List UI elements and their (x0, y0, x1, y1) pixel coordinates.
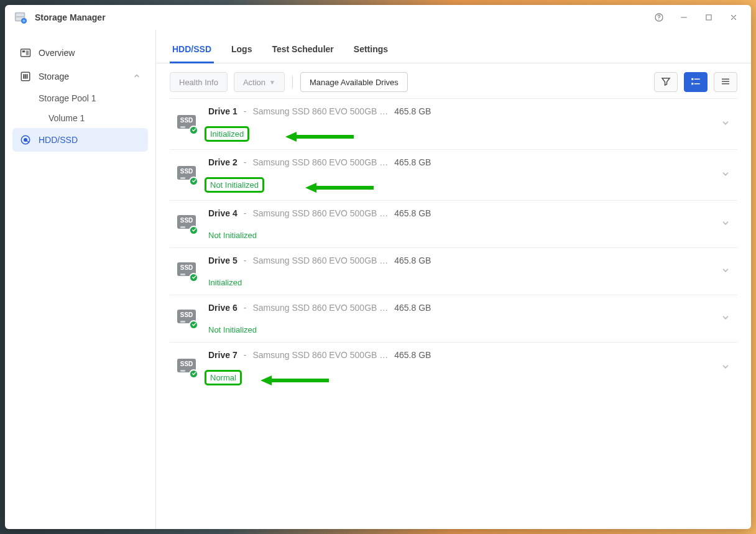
sidebar-item-label: HDD/SSD (39, 135, 78, 145)
caret-down-icon: ▼ (269, 79, 275, 86)
ssd-drive-icon: SSD (177, 166, 197, 185)
drive-name: Drive 2 (208, 157, 237, 167)
sidebar: Overview Storage Storage Pool 1 Volume 1… (5, 30, 156, 529)
svg-rect-24 (722, 83, 729, 85)
chevron-down-icon[interactable] (721, 362, 730, 373)
drive-name: Drive 6 (208, 303, 237, 313)
drive-list: SSDDrive 1-Samsung SSD 860 EVO 500GB …46… (156, 98, 751, 393)
drive-row[interactable]: SSDDrive 7-Samsung SSD 860 EVO 500GB …46… (170, 342, 737, 393)
sidebar-item-label: Storage (39, 71, 69, 81)
drive-name: Drive 7 (208, 350, 237, 360)
main-panel: HDD/SSD Logs Test Scheduler Settings Hea… (156, 30, 751, 529)
drive-info: Drive 7-Samsung SSD 860 EVO 500GB …465.8… (208, 350, 710, 385)
drive-status: Initialized (208, 278, 242, 287)
drive-model: Samsung SSD 860 EVO 500GB … (252, 350, 388, 360)
sidebar-item-volume-1[interactable]: Volume 1 (12, 108, 148, 128)
svg-rect-22 (722, 78, 729, 80)
drive-status: Not Initialized (205, 177, 264, 193)
svg-rect-11 (26, 50, 29, 55)
svg-point-4 (22, 19, 25, 22)
separator (292, 76, 293, 88)
separator-dash: - (244, 350, 247, 360)
chevron-down-icon[interactable] (721, 266, 730, 277)
filter-button[interactable] (654, 72, 678, 92)
hdd-icon (20, 134, 31, 145)
tab-test-scheduler[interactable]: Test Scheduler (269, 39, 336, 63)
separator-dash: - (244, 255, 247, 265)
drive-info: Drive 2-Samsung SSD 860 EVO 500GB …465.8… (208, 157, 710, 193)
action-button[interactable]: Action ▼ (234, 72, 285, 92)
dashboard-icon (20, 47, 31, 58)
svg-rect-1 (16, 13, 24, 16)
chevron-down-icon[interactable] (721, 170, 730, 180)
chevron-down-icon[interactable] (721, 219, 730, 229)
separator-dash: - (244, 157, 247, 167)
check-icon (189, 226, 198, 235)
drive-row[interactable]: SSDDrive 2-Samsung SSD 860 EVO 500GB …46… (170, 149, 737, 200)
drive-name: Drive 1 (208, 106, 237, 116)
sidebar-item-overview[interactable]: Overview (12, 41, 148, 65)
ssd-drive-icon: SSD (177, 310, 197, 328)
sidebar-item-storage[interactable]: Storage (12, 65, 148, 88)
check-icon (189, 369, 198, 379)
storage-manager-window: Storage Manager Overview (5, 5, 751, 529)
chevron-down-icon[interactable] (721, 119, 730, 129)
tab-hdd-ssd[interactable]: HDD/SSD (170, 39, 214, 63)
sidebar-item-hdd-ssd[interactable]: HDD/SSD (12, 128, 148, 152)
app-title: Storage Manager (35, 12, 643, 22)
toolbar: Health Info Action ▼ Manage Available Dr… (156, 63, 751, 98)
drive-size: 465.8 GB (394, 255, 431, 265)
manage-available-drives-button[interactable]: Manage Available Drives (300, 72, 408, 92)
drive-status: Initialized (205, 126, 249, 142)
drive-info: Drive 6-Samsung SSD 860 EVO 500GB …465.8… (208, 303, 710, 334)
drive-status: Normal (205, 370, 242, 385)
drive-row[interactable]: SSDDrive 5-Samsung SSD 860 EVO 500GB …46… (170, 247, 737, 295)
ssd-drive-icon: SSD (177, 359, 197, 377)
separator-dash: - (244, 208, 247, 218)
check-icon (189, 320, 198, 329)
menu-button[interactable] (714, 72, 737, 92)
svg-rect-19 (694, 78, 700, 80)
separator-dash: - (244, 106, 247, 116)
annotation-arrow (305, 181, 374, 195)
svg-rect-14 (25, 74, 26, 79)
drive-row[interactable]: SSDDrive 4-Samsung SSD 860 EVO 500GB …46… (170, 200, 737, 247)
view-list-button[interactable] (684, 72, 708, 92)
app-icon (14, 11, 27, 24)
minimize-button[interactable] (675, 9, 693, 26)
drive-name: Drive 4 (208, 208, 237, 218)
svg-rect-23 (722, 81, 729, 82)
check-icon (189, 273, 198, 282)
svg-rect-20 (691, 83, 693, 85)
drive-model: Samsung SSD 860 EVO 500GB … (252, 106, 388, 116)
help-button[interactable] (650, 9, 668, 26)
ssd-drive-icon: SSD (177, 215, 197, 234)
drive-row[interactable]: SSDDrive 6-Samsung SSD 860 EVO 500GB …46… (170, 295, 737, 342)
tab-logs[interactable]: Logs (229, 39, 254, 63)
drive-size: 465.8 GB (394, 106, 431, 116)
svg-rect-21 (694, 83, 700, 85)
chevron-down-icon[interactable] (721, 313, 730, 324)
annotation-arrow (285, 130, 354, 144)
maximize-button[interactable] (700, 9, 717, 26)
drive-status: Not Initialized (208, 231, 257, 240)
drive-name: Drive 5 (208, 255, 237, 265)
ssd-drive-icon: SSD (177, 262, 197, 281)
drive-row[interactable]: SSDDrive 1-Samsung SSD 860 EVO 500GB …46… (170, 98, 737, 149)
drive-info: Drive 5-Samsung SSD 860 EVO 500GB …465.8… (208, 255, 710, 287)
storage-icon (20, 71, 31, 82)
drive-model: Samsung SSD 860 EVO 500GB … (252, 208, 388, 218)
sidebar-item-label: Overview (39, 48, 75, 58)
drive-size: 465.8 GB (394, 208, 431, 218)
close-button[interactable] (725, 9, 742, 26)
ssd-drive-icon: SSD (177, 115, 197, 134)
list-view-icon (690, 76, 701, 89)
svg-rect-18 (691, 78, 693, 80)
sidebar-item-storage-pool-1[interactable]: Storage Pool 1 (12, 88, 148, 108)
svg-rect-10 (22, 50, 25, 52)
drive-model: Samsung SSD 860 EVO 500GB … (252, 303, 388, 313)
health-info-button[interactable]: Health Info (170, 72, 228, 92)
tab-settings[interactable]: Settings (351, 39, 390, 63)
check-icon (189, 177, 198, 186)
drive-size: 465.8 GB (394, 157, 431, 167)
